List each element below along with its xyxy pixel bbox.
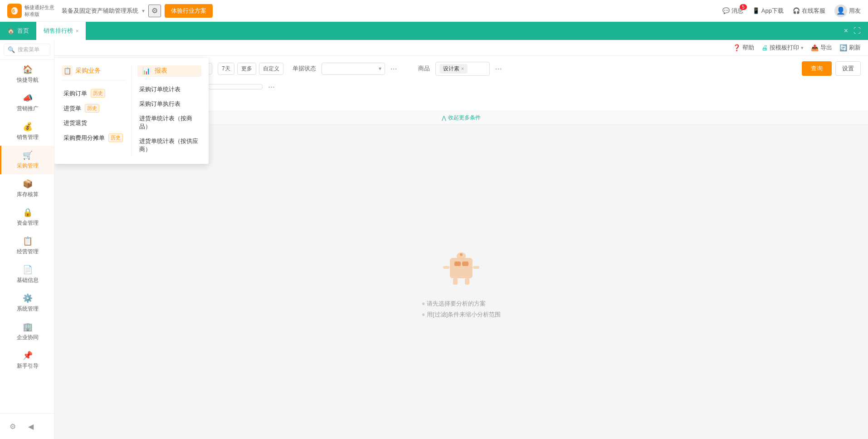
print-action[interactable]: 🖨 按模板打印 ▾	[761, 44, 804, 52]
online-service-action[interactable]: 🎧 在线客服	[793, 7, 825, 15]
message-badge: 5	[740, 4, 747, 10]
sidebar-collapse-btn[interactable]: ◀	[24, 419, 38, 434]
dropdown-col-header-purchase: 📋 采购业务	[62, 65, 126, 80]
sidebar-item-operations[interactable]: 📋 经营管理	[0, 232, 54, 260]
settings-btn[interactable]: 设置	[835, 61, 861, 76]
doc-status-dots[interactable]: ···	[390, 64, 397, 73]
help-action[interactable]: ❓ 帮助	[733, 44, 754, 52]
message-icon: 💬	[722, 7, 730, 14]
user-action[interactable]: 👤 用友	[834, 5, 861, 17]
app-download-action[interactable]: 📱 App下载	[752, 7, 784, 15]
headset-icon: 🎧	[793, 7, 800, 14]
dropdown-item-purchase-order-stat[interactable]: 采购订单统计表	[137, 82, 202, 97]
tab-bar: 🏠 首页 销售排行榜 × × ⛶	[0, 22, 868, 40]
content-area: 📋 采购业务 采购订单 历史 进货单 历史 进货退货	[54, 40, 868, 439]
goods-tag-close[interactable]: ×	[461, 66, 464, 71]
goods-tag: 设计素 ×	[439, 64, 468, 74]
system-icon: ⚙️	[23, 293, 33, 303]
sidebar-settings-btn[interactable]: ⚙	[5, 419, 20, 434]
purchase-col-icon: 📋	[62, 65, 73, 76]
dropdown-item-purchase-expense[interactable]: 采购费用分摊单 历史	[62, 130, 126, 145]
message-action[interactable]: 💬 消息 5	[722, 7, 743, 15]
collapse-icon: ⋀	[442, 115, 446, 121]
search-btn[interactable]: 查询	[802, 61, 832, 76]
empty-tip-1: 请先选择要分析的方案	[422, 298, 501, 309]
sidebar-item-basic[interactable]: 📄 基础信息	[0, 260, 54, 289]
refresh-action[interactable]: 🔄 刷新	[839, 44, 861, 52]
dropdown-item-purchase-order-exec[interactable]: 采购订单执行表	[137, 97, 202, 111]
sidebar-item-fund[interactable]: 🔒 资金管理	[0, 203, 54, 232]
online-service-label: 在线客服	[802, 7, 825, 15]
collapse-btn[interactable]: ⋀ 收起更多条件	[442, 114, 481, 122]
dropdown-item-goods-stat-by-product[interactable]: 进货单统计表（按商品）	[137, 111, 202, 134]
sidebar-item-marketing[interactable]: 📣 营销推广	[0, 89, 54, 117]
sidebar-item-quick-nav[interactable]: 🏠 快捷导航	[0, 60, 54, 89]
empty-tips: 请先选择要分析的方案 用[过滤]条件来缩小分析范围	[422, 298, 501, 320]
dropdown-item-purchase-order[interactable]: 采购订单 历史	[62, 86, 126, 101]
svg-rect-6	[453, 278, 458, 285]
svg-rect-1	[450, 258, 473, 278]
industry-btn[interactable]: 体验行业方案	[165, 4, 213, 18]
sidebar-search[interactable]: 🔍 搜索菜单	[0, 40, 54, 60]
dropdown-item-goods-in[interactable]: 进货单 历史	[62, 101, 126, 116]
help-label: 帮助	[742, 44, 754, 52]
tab-fullscreen-icon[interactable]: ⛶	[853, 27, 861, 35]
phone-icon: 📱	[752, 7, 760, 14]
sidebar-item-system[interactable]: ⚙️ 系统管理	[0, 289, 54, 317]
export-action[interactable]: 📤 导出	[811, 44, 832, 52]
quick-custom-btn[interactable]: 自定义	[259, 63, 283, 75]
avatar: 👤	[834, 5, 847, 17]
print-icon: 🖨	[761, 44, 768, 51]
sidebar-item-newbie[interactable]: 📌 新手引导	[0, 346, 54, 375]
dropdown-col-title-purchase: 采购业务	[75, 67, 101, 75]
dropdown-item-goods-return[interactable]: 进货退货	[62, 116, 126, 130]
collapse-label: 收起更多条件	[448, 114, 481, 122]
tab-close-all-icon[interactable]: ×	[844, 27, 848, 35]
search-icon: 🔍	[8, 46, 15, 53]
user-label: 用友	[849, 7, 861, 15]
dropdown-arrow-icon[interactable]: ▾	[142, 8, 145, 14]
settings-icon[interactable]: ⚙	[148, 5, 161, 17]
sidebar-item-sales[interactable]: 💰 销售管理	[0, 117, 54, 146]
doc-status-select[interactable]	[322, 63, 385, 75]
svg-point-9	[460, 253, 463, 256]
sidebar-item-inventory[interactable]: 📦 库存核算	[0, 174, 54, 203]
inventory-icon: 📦	[23, 179, 33, 189]
salesperson-input[interactable]	[208, 84, 263, 89]
sidebar-bottom: ⚙ ◀	[0, 413, 54, 439]
quick-more-btn[interactable]: 更多	[237, 63, 256, 75]
tab-home[interactable]: 🏠 首页	[0, 22, 36, 40]
salesperson-dots[interactable]: ···	[268, 83, 275, 91]
svg-text:6: 6	[12, 8, 15, 14]
svg-rect-2	[454, 261, 461, 266]
print-dropdown-icon[interactable]: ▾	[801, 45, 804, 51]
goods-label: 商品	[403, 64, 430, 73]
goods-stat-by-supplier-label: 进货单统计表（按供应商）	[139, 137, 200, 153]
export-icon: 📤	[811, 44, 819, 51]
dropdown-divider	[132, 65, 132, 157]
dropdown-item-goods-stat-by-supplier[interactable]: 进货单统计表（按供应商）	[137, 134, 202, 157]
goods-dots[interactable]: ···	[495, 64, 502, 73]
dropdown-col-report: 📊 报表 采购订单统计表 采购订单执行表 进货单统计表（按商品）	[137, 65, 202, 157]
print-label: 按模板打印	[770, 44, 799, 52]
quick-7days-btn[interactable]: 7天	[218, 63, 234, 75]
sidebar-item-enterprise[interactable]: 🏢 企业协同	[0, 317, 54, 346]
empty-tip-2: 用[过滤]条件来缩小分析范围	[422, 309, 501, 320]
sidebar-item-purchase[interactable]: 🛒 采购管理	[0, 146, 54, 174]
refresh-label: 刷新	[849, 44, 861, 52]
empty-state: 请先选择要分析的方案 用[过滤]条件来缩小分析范围	[54, 125, 868, 439]
operations-icon: 📋	[23, 236, 33, 246]
main-layout: 🔍 搜索菜单 🏠 快捷导航 📣 营销推广 💰 销售管理 🛒 采购管理 📦 库存核…	[0, 40, 868, 439]
marketing-icon: 📣	[23, 93, 33, 103]
logo-area: 6 畅捷通好生意 标准版	[7, 4, 62, 18]
svg-rect-7	[465, 278, 469, 285]
refresh-icon: 🔄	[839, 44, 847, 51]
enterprise-icon: 🏢	[23, 322, 33, 332]
header-right: 💬 消息 5 📱 App下载 🎧 在线客服 👤 用友	[722, 5, 861, 17]
purchase-order-exec-label: 采购订单执行表	[139, 100, 180, 108]
tab-sales-rank[interactable]: 销售排行榜 ×	[36, 22, 86, 40]
tab-close-icon[interactable]: ×	[76, 28, 78, 34]
logo-text: 畅捷通好生意 标准版	[24, 4, 54, 17]
goods-return-label: 进货退货	[63, 119, 87, 127]
tab-bar-actions: × ⛶	[844, 27, 868, 35]
